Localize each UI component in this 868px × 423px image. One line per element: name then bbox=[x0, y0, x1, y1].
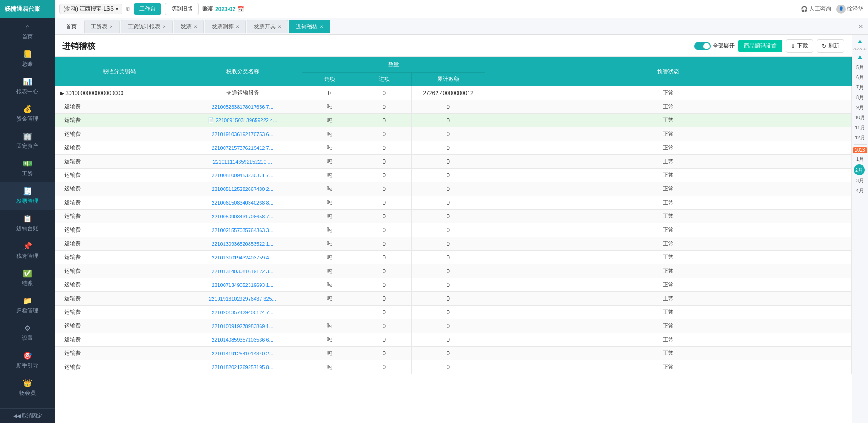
table-row: 运输费 2210052338178017656 7... 吨 0 0 正常 bbox=[55, 100, 852, 114]
timeline-month-7月[interactable]: 7月 bbox=[854, 83, 867, 92]
tab-close-sales-check[interactable]: ✕ bbox=[320, 24, 323, 29]
calendar-icon[interactable]: 📅 bbox=[237, 6, 244, 12]
cell-status: 正常 bbox=[485, 182, 852, 196]
refresh-btn[interactable]: ↻ 刷新 bbox=[817, 39, 844, 53]
th-quantity-group: 数量 bbox=[302, 57, 485, 73]
cell-invoice: 2210050903431708658 7... bbox=[183, 210, 302, 223]
cell-sales: 0 bbox=[357, 237, 412, 251]
sidebar-icon-home: ⌂ bbox=[25, 23, 30, 31]
sidebar-item-salary[interactable]: 💵工资 bbox=[0, 155, 55, 182]
timeline-month-5月[interactable]: 5月 bbox=[854, 63, 867, 72]
sidebar-label-settings: 设置 bbox=[22, 334, 33, 342]
sidebar-label-member: 畅会员 bbox=[19, 389, 36, 397]
switch-old-btn[interactable]: 切到旧版 bbox=[165, 3, 199, 15]
cell-status: 正常 bbox=[485, 251, 852, 264]
cell-code: 运输费 bbox=[55, 210, 183, 223]
tab-close-invoice-open[interactable]: ✕ bbox=[277, 24, 281, 29]
tab-label-home: 首页 bbox=[66, 23, 77, 31]
cell-status: 正常 bbox=[485, 347, 852, 360]
timeline-month-9月[interactable]: 9月 bbox=[854, 103, 867, 112]
tab-salary[interactable]: 工资表✕ bbox=[84, 20, 120, 33]
cell-tag: 吨 bbox=[302, 360, 357, 374]
tab-close-invoice-calc[interactable]: ✕ bbox=[235, 24, 239, 29]
timeline-month-3月[interactable]: 3月 bbox=[854, 176, 867, 185]
period-value: 2023-02 bbox=[215, 6, 235, 12]
timeline-up2-btn[interactable]: ▲ bbox=[857, 52, 864, 62]
tab-close-salary[interactable]: ✕ bbox=[109, 24, 113, 29]
download-btn[interactable]: ⬇ 下载 bbox=[786, 39, 813, 53]
sidebar-pin-btn[interactable]: ◀◀ 取消固定 bbox=[0, 408, 55, 423]
timeline-month-10月[interactable]: 10月 bbox=[854, 113, 867, 122]
tab-close-salary-stats[interactable]: ✕ bbox=[162, 24, 166, 29]
timeline-month-2月[interactable]: 2月 bbox=[854, 164, 865, 175]
sidebar-item-ledger[interactable]: 📒总账 bbox=[0, 45, 55, 73]
cell-tag: 吨 bbox=[302, 196, 357, 210]
sidebar-item-capital[interactable]: 💰资金管理 bbox=[0, 100, 55, 127]
page-header: 进销稽核 全部展开 商品编码设置 ⬇ 下载 ↻ 刷新 bbox=[55, 35, 852, 57]
sidebar-item-invoice-mgmt[interactable]: 🧾发票管理 bbox=[0, 182, 55, 210]
sidebar-item-guide[interactable]: 🎯新手引导 bbox=[0, 347, 55, 374]
sidebar-icon-sales-desk: 📋 bbox=[23, 214, 32, 223]
tab-invoice[interactable]: 发票✕ bbox=[174, 20, 204, 33]
download-icon: ⬇ bbox=[791, 43, 795, 49]
cell-purchase: 0 bbox=[412, 347, 485, 360]
cell-purchase: 0 bbox=[412, 223, 485, 237]
tab-home[interactable]: 首页 bbox=[59, 20, 83, 33]
timeline-month-11月[interactable]: 11月 bbox=[854, 123, 867, 132]
cell-status: 正常 bbox=[485, 86, 852, 100]
cell-tag: 吨 bbox=[302, 319, 357, 333]
close-window-btn[interactable]: ✕ bbox=[858, 23, 863, 30]
cell-code: 运输费 bbox=[55, 347, 183, 360]
sidebar-item-reports[interactable]: 📊报表中心 bbox=[0, 73, 55, 100]
toggle-switch[interactable] bbox=[694, 42, 711, 50]
expand-toggle[interactable]: 全部展开 bbox=[694, 42, 735, 50]
cell-purchase: 0 bbox=[412, 169, 485, 182]
cell-purchase: 0 bbox=[412, 182, 485, 196]
sidebar-item-assets[interactable]: 🏢固定资产 bbox=[0, 127, 55, 155]
cell-sales: 0 bbox=[357, 100, 412, 114]
cell-invoice: 2210111143592152210 ... bbox=[183, 155, 302, 169]
copy-icon[interactable]: ⧉ bbox=[126, 5, 130, 13]
timeline-month-12月[interactable]: 12月 bbox=[854, 133, 867, 143]
sidebar-item-tax-mgmt[interactable]: 📌税务管理 bbox=[0, 237, 55, 264]
tab-sales-check[interactable]: 进销稽核✕ bbox=[289, 20, 330, 33]
tab-label-sales-check: 进销稽核 bbox=[296, 23, 318, 31]
workbench-btn[interactable]: 工作台 bbox=[134, 3, 161, 15]
sidebar-item-settings[interactable]: ⚙设置 bbox=[0, 319, 55, 347]
table-row: 运输费 2210021557035764363 3... 吨 0 0 正常 bbox=[55, 223, 852, 237]
cell-purchase: 0 bbox=[412, 237, 485, 251]
tab-salary-stats[interactable]: 工资统计报表✕ bbox=[121, 20, 173, 33]
timeline-month-8月[interactable]: 8月 bbox=[854, 93, 867, 102]
support-btn[interactable]: 🎧 人工咨询 bbox=[801, 5, 831, 13]
sidebar-icon-guide: 🎯 bbox=[23, 351, 32, 360]
settings-btn[interactable]: 商品编码设置 bbox=[738, 40, 782, 52]
tab-invoice-calc[interactable]: 发票测算✕ bbox=[205, 20, 246, 33]
tab-invoice-open[interactable]: 发票开具✕ bbox=[247, 20, 288, 33]
cell-tag: 吨 bbox=[302, 210, 357, 223]
cell-code: 运输费 bbox=[55, 237, 183, 251]
cell-invoice: 2210081009453230371 7... bbox=[183, 169, 302, 182]
timeline-up-btn[interactable]: ▲ bbox=[857, 37, 863, 46]
th-sales: 销项 bbox=[302, 73, 357, 86]
cell-status: 正常 bbox=[485, 155, 852, 169]
sidebar-item-member[interactable]: 👑畅会员 bbox=[0, 374, 55, 402]
th-purchase: 进项 bbox=[357, 73, 412, 86]
table-row: 运输费 2210061508340340268 8... 吨 0 0 正常 bbox=[55, 196, 852, 210]
sidebar-item-home[interactable]: ⌂首页 bbox=[0, 18, 55, 45]
cell-sales: 0 bbox=[357, 278, 412, 292]
sidebar-item-settlement[interactable]: ✅结账 bbox=[0, 264, 55, 292]
sidebar-item-archive[interactable]: 📁归档管理 bbox=[0, 292, 55, 319]
company-name: (勿动) 江西报宝-LSS bbox=[64, 5, 114, 13]
cell-purchase: 0 bbox=[412, 292, 485, 306]
timeline-month-1月[interactable]: 1月 bbox=[854, 154, 867, 164]
sidebar-icon-assets: 🏢 bbox=[23, 132, 32, 141]
cell-invoice: 2210182021269257195 8... bbox=[183, 360, 302, 374]
timeline-month-6月[interactable]: 6月 bbox=[854, 73, 867, 82]
sidebar-item-sales-desk[interactable]: 📋进销台账 bbox=[0, 210, 55, 237]
period-display: 账期 2023-02 📅 bbox=[202, 5, 244, 13]
company-selector[interactable]: (勿动) 江西报宝-LSS ▾ bbox=[59, 4, 122, 14]
cell-status: 正常 bbox=[485, 292, 852, 306]
tab-close-invoice[interactable]: ✕ bbox=[193, 24, 197, 29]
toggle-label: 全部展开 bbox=[713, 42, 735, 50]
timeline-month-4月[interactable]: 4月 bbox=[854, 186, 867, 196]
